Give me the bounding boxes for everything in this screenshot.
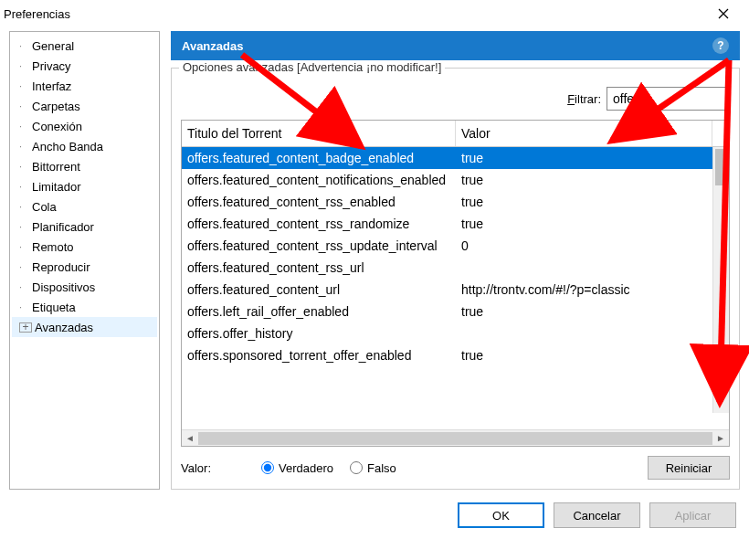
sidebar-item-general[interactable]: ·General: [12, 36, 157, 56]
sidebar-item-label: Ancho Banda: [32, 140, 103, 153]
table-row[interactable]: offers.featured_content_rss_update_inter…: [182, 235, 729, 257]
setting-value: http://trontv.com/#!/?p=classic: [456, 282, 729, 297]
radio-false[interactable]: Falso: [350, 461, 396, 475]
setting-value: true: [456, 217, 729, 231]
sidebar-item-label: Conexión: [32, 120, 82, 133]
setting-name: offers.featured_content_notifications_en…: [182, 173, 456, 187]
sidebar-item-bittorrent[interactable]: ·Bittorrent: [12, 156, 157, 176]
filter-label: Filtrar:: [567, 92, 601, 106]
setting-name: offers.featured_content_rss_randomize: [182, 217, 456, 231]
sidebar-item-cola[interactable]: ·Cola: [12, 196, 157, 217]
sidebar-item-label: Planificador: [32, 220, 94, 234]
window-title: Preferencias: [4, 7, 70, 21]
sidebar-item-label: Avanzadas: [35, 321, 93, 334]
reset-button[interactable]: Reiniciar: [648, 456, 730, 480]
setting-value: true: [456, 151, 729, 165]
setting-value: 0: [456, 238, 729, 253]
settings-table[interactable]: Titulo del Torrent Valor offers.featured…: [181, 120, 730, 447]
setting-name: offers.offer_history: [182, 326, 456, 341]
table-row[interactable]: offers.featured_content_notifications_en…: [182, 169, 729, 191]
setting-name: offers.featured_content_rss_update_inter…: [182, 238, 456, 253]
section-header: Avanzadas ?: [171, 31, 740, 60]
setting-name: offers.sponsored_torrent_offer_enabled: [182, 348, 456, 363]
radio-true[interactable]: Verdadero: [261, 461, 333, 475]
close-icon[interactable]: [705, 1, 742, 26]
sidebar-item-carpetas[interactable]: ·Carpetas: [12, 96, 157, 116]
sidebar-item-label: Etiqueta: [32, 301, 76, 314]
setting-name: offers.featured_content_url: [182, 282, 456, 297]
table-row[interactable]: offers.featured_content_urlhttp://trontv…: [182, 279, 729, 301]
col-header-name[interactable]: Titulo del Torrent: [182, 121, 456, 146]
sidebar-item-planificador[interactable]: ·Planificador: [12, 217, 157, 237]
sidebar-item-interfaz[interactable]: ·Interfaz: [12, 76, 157, 96]
table-row[interactable]: offers.featured_content_rss_randomizetru…: [182, 213, 729, 235]
section-title: Avanzadas: [182, 39, 243, 53]
preferences-tree[interactable]: ·General·Privacy·Interfaz·Carpetas·Conex…: [9, 31, 160, 490]
sidebar-item-ancho-banda[interactable]: ·Ancho Banda: [12, 136, 157, 156]
table-row[interactable]: offers.offer_history: [182, 322, 729, 344]
setting-value: true: [456, 304, 729, 319]
sidebar-item-label: General: [32, 39, 74, 53]
sidebar-item-etiqueta[interactable]: ·Etiqueta: [12, 297, 157, 317]
sidebar-item-remoto[interactable]: ·Remoto: [12, 237, 157, 257]
horizontal-scrollbar[interactable]: ◄ ►: [182, 429, 729, 446]
setting-value: true: [456, 195, 729, 209]
value-label: Valor:: [181, 461, 245, 475]
col-header-value[interactable]: Valor: [456, 121, 712, 146]
setting-name: offers.featured_content_rss_enabled: [182, 195, 456, 209]
setting-value: true: [456, 173, 729, 187]
help-icon[interactable]: ?: [712, 37, 729, 54]
apply-button[interactable]: Aplicar: [649, 502, 736, 528]
sidebar-item-label: Reproducir: [32, 260, 90, 274]
sidebar-item-label: Dispositivos: [32, 280, 95, 294]
setting-name: offers.featured_content_badge_enabled: [182, 151, 456, 165]
vertical-scrollbar[interactable]: [712, 147, 729, 413]
expand-icon[interactable]: +: [19, 322, 32, 333]
setting-name: offers.left_rail_offer_enabled: [182, 304, 456, 319]
group-label: Opciones avanzadas [Advertencia ¡no modi…: [179, 60, 445, 74]
sidebar-item-label: Remoto: [32, 240, 74, 254]
table-row[interactable]: offers.left_rail_offer_enabledtrue: [182, 301, 729, 322]
sidebar-item-privacy[interactable]: ·Privacy: [12, 56, 157, 76]
table-row[interactable]: offers.featured_content_rss_enabledtrue: [182, 191, 729, 213]
sidebar-item-label: Bittorrent: [32, 160, 80, 174]
table-row[interactable]: offers.featured_content_badge_enabledtru…: [182, 147, 729, 169]
sidebar-item-label: Carpetas: [32, 100, 80, 113]
sidebar-item-reproducir[interactable]: ·Reproducir: [12, 257, 157, 277]
table-row[interactable]: offers.featured_content_rss_url: [182, 257, 729, 279]
setting-name: offers.featured_content_rss_url: [182, 260, 456, 275]
table-row[interactable]: offers.sponsored_torrent_offer_enabledtr…: [182, 344, 729, 366]
sidebar-item-label: Privacy: [32, 59, 71, 73]
sidebar-item-dispositivos[interactable]: ·Dispositivos: [12, 277, 157, 297]
cancel-button[interactable]: Cancelar: [554, 502, 640, 528]
sidebar-item-limitador[interactable]: ·Limitador: [12, 176, 157, 196]
ok-button[interactable]: OK: [458, 502, 544, 528]
sidebar-item-conexión[interactable]: ·Conexión: [12, 116, 157, 136]
sidebar-item-label: Limitador: [32, 180, 80, 194]
sidebar-item-label: Interfaz: [32, 79, 71, 93]
sidebar-item-avanzadas[interactable]: +Avanzadas: [12, 317, 157, 337]
setting-value: true: [456, 348, 729, 363]
sidebar-item-label: Cola: [32, 200, 57, 214]
filter-input[interactable]: [607, 87, 730, 111]
